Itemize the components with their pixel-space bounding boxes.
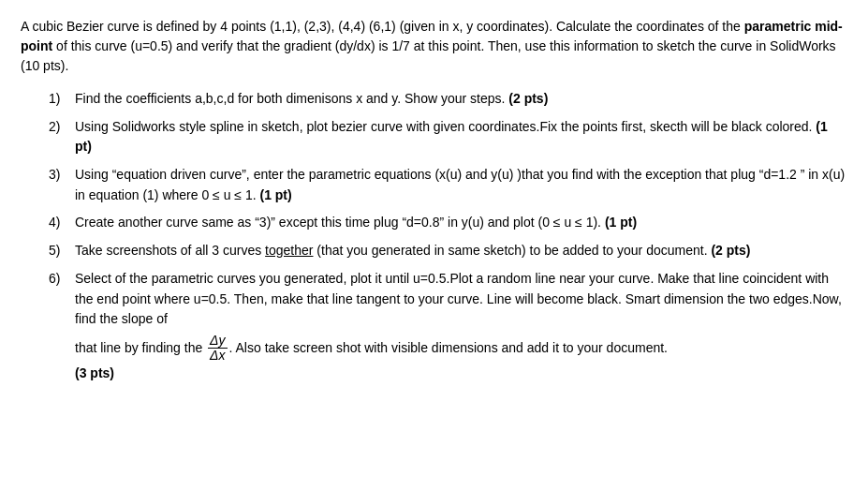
item-6-bold: (3 pts) (75, 365, 114, 380)
item-2-text: Using Solidworks style spline in sketch,… (75, 119, 816, 134)
list-item: 5) Take screenshots of all 3 curves toge… (49, 241, 847, 261)
numbered-list: 1) Find the coefficients a,b,c,d for bot… (49, 89, 847, 383)
fraction: ΔyΔx (208, 334, 227, 364)
item-4-bold: (1 pt) (605, 215, 637, 230)
item-1-num: 1) (49, 89, 75, 110)
list-item: 4) Create another curve same as “3)” exc… (49, 213, 847, 233)
fraction-numerator: Δy (208, 334, 227, 349)
item-4-text: Create another curve same as “3)” except… (75, 215, 605, 230)
intro-text-1: A cubic Bezier curve is defined by 4 poi… (21, 19, 744, 34)
item-5-num: 5) (49, 241, 75, 261)
item-5-text2: (that you generated in same sketch) to b… (313, 243, 711, 258)
list-item: 2) Using Solidworks style spline in sket… (49, 117, 847, 157)
intro-paragraph: A cubic Bezier curve is defined by 4 poi… (21, 17, 847, 76)
item-5-underline: together (265, 243, 313, 258)
item-5-bold: (2 pts) (711, 243, 750, 258)
item-6-num: 6) (49, 269, 75, 384)
item-1-bold: (2 pts) (508, 91, 548, 106)
item-6-text-before: Select of the parametric curves you gene… (75, 271, 842, 326)
item-2-content: Using Solidworks style spline in sketch,… (75, 117, 847, 157)
item-1-text: Find the coefficients a,b,c,d for both d… (75, 91, 508, 106)
item-6-text-after-frac: . Also take screen shot with visible dim… (229, 339, 668, 354)
item-6-text-before-frac: that line by finding the (75, 339, 206, 354)
intro-text-2: of this curve (u=0.5) and verify that th… (21, 38, 836, 73)
item-5-text: Take screenshots of all 3 curves (75, 243, 265, 258)
item-3-content: Using “equation driven curve”, enter the… (75, 165, 847, 205)
list-item: 3) Using “equation driven curve”, enter … (49, 165, 847, 205)
item-6-content: Select of the parametric curves you gene… (75, 269, 847, 384)
item-3-text: Using “equation driven curve”, enter the… (75, 167, 845, 202)
list-item: 1) Find the coefficients a,b,c,d for bot… (49, 89, 847, 110)
item-6-bottom-line: that line by finding the ΔyΔx. Also take… (75, 334, 847, 383)
item-2-num: 2) (49, 117, 75, 157)
item-3-num: 3) (49, 165, 75, 205)
item-5-content: Take screenshots of all 3 curves togethe… (75, 241, 847, 261)
item-4-content: Create another curve same as “3)” except… (75, 213, 847, 233)
item-3-bold: (1 pt) (259, 187, 291, 202)
item-4-num: 4) (49, 213, 75, 233)
fraction-denominator: Δx (208, 349, 227, 363)
item-1-content: Find the coefficients a,b,c,d for both d… (75, 89, 847, 110)
list-item: 6) Select of the parametric curves you g… (49, 269, 847, 384)
